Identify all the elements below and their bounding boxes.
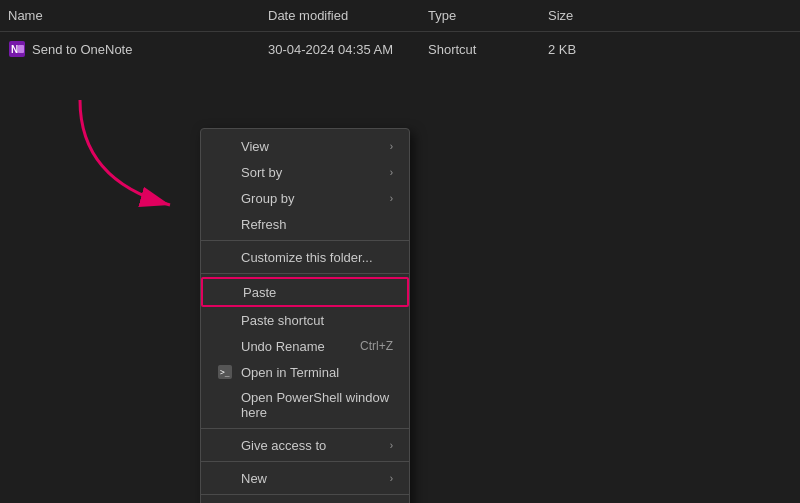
arrow-indicator: [60, 90, 220, 234]
menu-item-label-undo-rename: Undo Rename: [241, 339, 325, 354]
menu-item-view[interactable]: View›: [201, 133, 409, 159]
menu-item-paste-shortcut[interactable]: Paste shortcut: [201, 307, 409, 333]
menu-item-label-paste: Paste: [243, 285, 276, 300]
menu-item-customize[interactable]: Customize this folder...: [201, 244, 409, 270]
menu-separator: [201, 273, 409, 274]
menu-item-left-refresh: Refresh: [217, 216, 287, 232]
context-menu: View›Sort by›Group by›RefreshCustomize t…: [200, 128, 410, 503]
svg-rect-2: [18, 45, 24, 53]
file-name-text: Send to OneNote: [32, 42, 132, 57]
menu-item-icon-placeholder: [219, 284, 235, 300]
col-header-type[interactable]: Type: [420, 4, 540, 27]
file-type-cell: Shortcut: [420, 38, 540, 61]
menu-item-arrow-view: ›: [390, 141, 393, 152]
file-name-cell: N Send to OneNote: [0, 36, 260, 62]
menu-item-give-access[interactable]: Give access to›: [201, 432, 409, 458]
menu-item-shortcut-undo-rename: Ctrl+Z: [360, 339, 393, 353]
menu-item-icon-placeholder: [217, 249, 233, 265]
menu-separator: [201, 428, 409, 429]
file-date-cell: 30-04-2024 04:35 AM: [260, 38, 420, 61]
menu-item-left-customize: Customize this folder...: [217, 249, 373, 265]
menu-item-icon-placeholder: [217, 216, 233, 232]
menu-item-icon-placeholder: [217, 164, 233, 180]
menu-item-label-new: New: [241, 471, 267, 486]
file-size-cell: 2 KB: [540, 38, 620, 61]
menu-item-left-group-by: Group by: [217, 190, 294, 206]
menu-item-arrow-new: ›: [390, 473, 393, 484]
menu-separator: [201, 240, 409, 241]
col-header-name[interactable]: Name: [0, 4, 260, 27]
menu-item-label-refresh: Refresh: [241, 217, 287, 232]
menu-item-arrow-sort-by: ›: [390, 167, 393, 178]
menu-item-label-view: View: [241, 139, 269, 154]
menu-item-properties[interactable]: Properties: [201, 498, 409, 503]
onenote-icon: N: [8, 40, 26, 58]
col-header-date[interactable]: Date modified: [260, 4, 420, 27]
menu-item-left-view: View: [217, 138, 269, 154]
terminal-icon: >_: [217, 364, 233, 380]
menu-item-left-paste-shortcut: Paste shortcut: [217, 312, 324, 328]
menu-item-group-by[interactable]: Group by›: [201, 185, 409, 211]
menu-item-refresh[interactable]: Refresh: [201, 211, 409, 237]
menu-item-label-paste-shortcut: Paste shortcut: [241, 313, 324, 328]
menu-item-label-group-by: Group by: [241, 191, 294, 206]
menu-item-left-undo-rename: Undo Rename: [217, 338, 325, 354]
table-row[interactable]: N Send to OneNote 30-04-2024 04:35 AM Sh…: [0, 32, 800, 66]
col-header-size[interactable]: Size: [540, 4, 620, 27]
menu-item-arrow-group-by: ›: [390, 193, 393, 204]
menu-item-left-open-powershell: Open PowerShell window here: [217, 390, 393, 420]
menu-item-left-paste: Paste: [219, 284, 276, 300]
menu-item-icon-placeholder: [217, 312, 233, 328]
menu-item-open-powershell[interactable]: Open PowerShell window here: [201, 385, 409, 425]
menu-item-label-customize: Customize this folder...: [241, 250, 373, 265]
menu-item-label-sort-by: Sort by: [241, 165, 282, 180]
menu-item-left-give-access: Give access to: [217, 437, 326, 453]
menu-item-icon-placeholder: [217, 470, 233, 486]
menu-item-label-give-access: Give access to: [241, 438, 326, 453]
menu-item-sort-by[interactable]: Sort by›: [201, 159, 409, 185]
menu-separator: [201, 461, 409, 462]
menu-separator: [201, 494, 409, 495]
file-list-header: Name Date modified Type Size: [0, 0, 800, 32]
menu-item-icon-placeholder: [217, 397, 233, 413]
menu-item-left-new: New: [217, 470, 267, 486]
svg-text:>_: >_: [220, 368, 230, 377]
menu-item-icon-placeholder: [217, 437, 233, 453]
menu-item-left-sort-by: Sort by: [217, 164, 282, 180]
menu-item-new[interactable]: New›: [201, 465, 409, 491]
menu-item-undo-rename[interactable]: Undo RenameCtrl+Z: [201, 333, 409, 359]
menu-item-icon-placeholder: [217, 190, 233, 206]
menu-item-left-open-terminal: >_ Open in Terminal: [217, 364, 339, 380]
menu-item-icon-placeholder: [217, 138, 233, 154]
svg-text:N: N: [11, 44, 18, 55]
menu-item-icon-placeholder: [217, 338, 233, 354]
menu-item-paste[interactable]: Paste: [201, 277, 409, 307]
menu-item-label-open-terminal: Open in Terminal: [241, 365, 339, 380]
menu-item-open-terminal[interactable]: >_ Open in Terminal: [201, 359, 409, 385]
menu-item-arrow-give-access: ›: [390, 440, 393, 451]
menu-item-label-open-powershell: Open PowerShell window here: [241, 390, 393, 420]
